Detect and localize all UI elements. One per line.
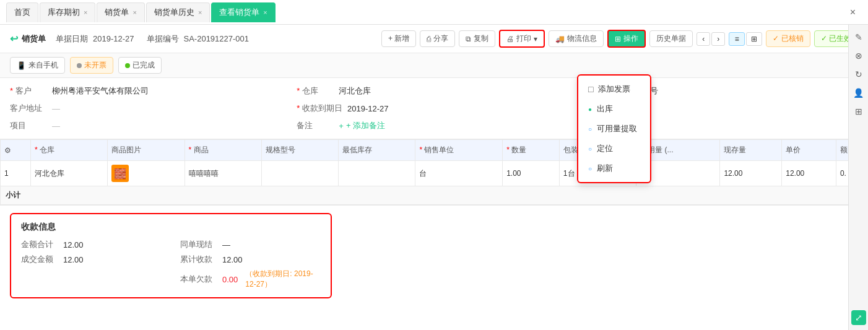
payment-total-value: 12.00 <box>63 240 84 250</box>
row-stock: 12.00 <box>720 161 782 186</box>
truck-icon: 🚚 <box>555 35 565 43</box>
payment-title: 收款信息 <box>21 222 321 233</box>
main-content: ↩ 销货单 单据日期 2019-12-27 单据编号 SA-20191227-0… <box>0 25 868 330</box>
tab-sales-order-label: 销货单 <box>105 7 129 18</box>
due-date-label: 收款到期日 <box>297 103 342 114</box>
product-thumbnail: 🧱 <box>111 165 129 182</box>
print-button[interactable]: 🖨 打印 ▾ <box>499 30 545 48</box>
list-view-btn[interactable]: ≡ <box>729 32 745 46</box>
row-spec <box>261 161 338 186</box>
not-opened-dot <box>77 63 82 68</box>
prev-arrow[interactable]: ‹ <box>697 32 710 46</box>
tab-sales-history[interactable]: 销货单历史 × <box>146 2 210 22</box>
tab-inventory-label: 库存期初 <box>48 7 80 18</box>
tab-inventory[interactable]: 库存期初 × <box>40 2 95 22</box>
sidebar-refresh-icon[interactable]: ↻ <box>851 67 866 82</box>
nav-arrows: ‹ › <box>697 32 725 46</box>
sidebar-export-icon[interactable]: ⊞ <box>851 104 866 119</box>
col-warehouse: 仓库 <box>30 140 107 161</box>
tab-view-close[interactable]: × <box>263 9 267 16</box>
window-close-button[interactable]: × <box>844 7 862 18</box>
subtotal-row: 小计 <box>1 186 868 205</box>
operation-dropdown: □ 添加发票 ● 出库 ○ 可用量提取 ○ 定位 ○ 刷新 <box>577 74 651 183</box>
col-product: 商品 <box>184 140 261 161</box>
sales-order-icon: ↩ <box>10 33 18 45</box>
col-min-stock: 最低库存 <box>339 140 415 161</box>
col-quantity: 数量 <box>503 140 560 161</box>
address-row: 客户地址 — <box>10 103 284 114</box>
tab-sales-close[interactable]: × <box>132 9 136 16</box>
print-dropdown-icon: ▾ <box>534 35 537 43</box>
dropdown-outbound[interactable]: ● 出库 <box>578 99 650 119</box>
address-label: 客户地址 <box>10 103 47 114</box>
tab-sales-history-label: 销货单历史 <box>154 7 194 18</box>
col-image: 商品图片 <box>108 140 184 161</box>
warehouse-label: 仓库 <box>297 85 334 97</box>
customer-value: 柳州粤港平安气体有限公司 <box>52 85 149 97</box>
logistics-button[interactable]: 🚚 物流信息 <box>549 30 604 47</box>
new-button[interactable]: + 新增 <box>381 30 416 47</box>
grid-view-btn[interactable]: ⊞ <box>746 32 762 46</box>
payment-section: 收款信息 金额合计 12.00 成交金额 12.00 同单现结 — 累计收款 <box>10 213 332 298</box>
col-price: 单价 <box>782 140 836 161</box>
next-arrow[interactable]: › <box>711 32 725 46</box>
available-qty-icon: ○ <box>588 126 592 132</box>
payment-total-row: 金额合计 12.00 成交金额 12.00 <box>21 239 162 290</box>
from-phone-button[interactable]: 📱 来自手机 <box>10 57 65 74</box>
sidebar-edit-icon[interactable]: ✎ <box>851 30 866 45</box>
share-button[interactable]: ⎙ 分享 <box>420 30 455 47</box>
row-min-stock <box>339 161 415 186</box>
history-button[interactable]: 历史单据 <box>649 30 693 47</box>
doc-date-value: 2019-12-27 <box>93 34 134 43</box>
row-no: 1 <box>1 161 31 186</box>
not-opened-button[interactable]: 未开票 <box>70 57 113 74</box>
add-remark-button[interactable]: + + 添加备注 <box>339 120 385 131</box>
complete-dot <box>125 63 130 68</box>
due-date-row: 收款到期日 2019-12-27 <box>297 103 571 114</box>
tab-sales-order[interactable]: 销货单 × <box>97 2 144 22</box>
product-table: ⚙ 仓库 商品图片 商品 规格型号 最低库存 销售单位 数量 包装数量 可用量 … <box>0 139 868 205</box>
tab-view-sales[interactable]: 查看销货单 × <box>211 2 275 22</box>
remark-label: 备注 <box>297 120 334 131</box>
col-settings: ⚙ <box>1 140 31 161</box>
print-icon: 🖨 <box>506 35 514 43</box>
doc-type-label: 销货单 <box>22 33 46 45</box>
complete-button[interactable]: 已完成 <box>118 57 162 74</box>
form-section: 客户 柳州粤港平安气体有限公司 仓库 河北仓库 业务员 演示账号 客户地址 — … <box>0 78 868 139</box>
warehouse-value: 河北仓库 <box>339 85 371 97</box>
dropdown-add-invoice[interactable]: □ 添加发票 <box>578 79 650 99</box>
dropdown-locate[interactable]: ○ 定位 <box>578 139 650 158</box>
grid-icon: ⊞ <box>615 35 621 43</box>
tab-history-close[interactable]: × <box>198 9 202 16</box>
tab-home[interactable]: 首页 <box>6 2 38 22</box>
sidebar-user-icon[interactable]: 👤 <box>851 85 866 100</box>
action-bar: 📱 来自手机 未开票 已完成 <box>0 53 868 78</box>
payment-cumulative-value: 12.00 <box>222 255 243 264</box>
table-row: 1 河北仓库 🧱 嘻嘻嘻嘻 台 1.00 1台 12.00 12.00 0. <box>1 161 868 186</box>
due-date-value: 2019-12-27 <box>347 104 389 113</box>
customer-label: 客户 <box>10 85 47 97</box>
dropdown-refresh[interactable]: ○ 刷新 <box>578 158 650 178</box>
phone-icon: 📱 <box>17 61 26 70</box>
payment-transaction-value: 12.00 <box>63 255 84 264</box>
sidebar-link-icon[interactable]: ⊗ <box>851 48 866 63</box>
operation-button[interactable]: ⊞ 操作 <box>607 30 646 48</box>
check2-icon: ✓ <box>821 34 827 43</box>
project-label: 项目 <box>10 120 47 131</box>
tab-inventory-close[interactable]: × <box>84 9 87 16</box>
payment-same-settle-label: 同单现结 <box>180 239 217 250</box>
tab-view-sales-label: 查看销货单 <box>219 7 259 18</box>
share-icon: ⎙ <box>427 35 431 43</box>
doc-title: ↩ 销货单 <box>10 33 46 45</box>
row-warehouse: 河北仓库 <box>30 161 107 186</box>
status-sold-button[interactable]: ✓ 已核销 <box>766 30 810 47</box>
dropdown-available-qty[interactable]: ○ 可用量提取 <box>578 119 650 139</box>
row-product: 嘻嘻嘻嘻 <box>184 161 261 186</box>
copy-button[interactable]: ⧉ 复制 <box>459 30 495 47</box>
check-icon: ✓ <box>773 34 779 43</box>
doc-meta: 单据日期 2019-12-27 单据编号 SA-20191227-001 <box>56 33 249 45</box>
address-value: — <box>52 104 60 113</box>
sidebar-expand-icon[interactable]: ⤢ <box>851 310 866 325</box>
copy-icon: ⧉ <box>466 35 471 43</box>
payment-arrears-label: 本单欠款 <box>180 274 217 285</box>
